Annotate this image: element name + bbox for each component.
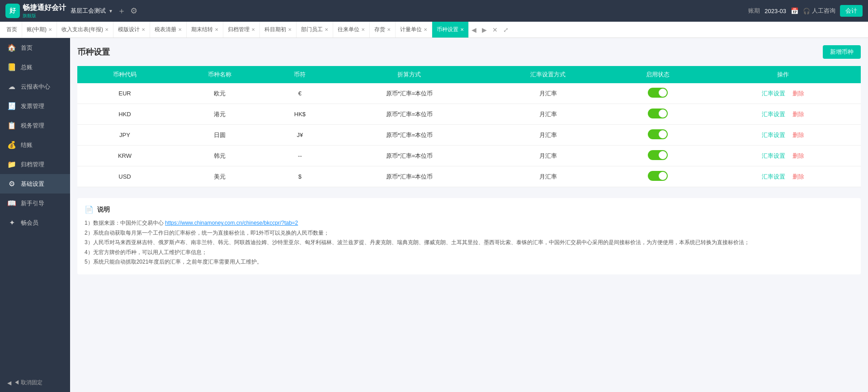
sidebar-label-home: 首页 — [21, 44, 33, 52]
currency-table: 币种代码 币种名称 币符 折算方式 汇率设置方式 启用状态 操作 EUR 欧元 … — [77, 66, 861, 187]
sidebar-item-settings[interactable]: ⚙ 基础设置 — [0, 174, 70, 194]
workspace-selector[interactable]: 基层工会测试 ▼ — [71, 7, 113, 15]
cell-status-3 — [610, 146, 705, 166]
tab-home[interactable]: 首页 — [2, 22, 22, 38]
toggle-track-3[interactable] — [648, 150, 668, 160]
tab-close-icon[interactable]: ✕ — [142, 27, 145, 32]
toggle-0[interactable] — [648, 88, 668, 98]
main-area: 🏠 首页 📒 总账 ☁ 云报表中心 🧾 发票管理 📋 税务管理 💰 结账 — [0, 38, 868, 392]
cell-status-1 — [610, 104, 705, 125]
tab-shuibiao[interactable]: 税表清册 ✕ — [150, 22, 187, 38]
tab-next-btn[interactable]: ▶ — [479, 26, 490, 33]
tab-cunhuo[interactable]: 存货 ✕ — [370, 22, 396, 38]
accounting-button[interactable]: 会计 — [840, 5, 863, 17]
delete-link-4[interactable]: 删除 — [793, 173, 804, 180]
tab-bizhong-label: 币种设置 — [437, 26, 458, 33]
delete-link-2[interactable]: 删除 — [793, 132, 804, 138]
cell-action-2: 汇率设置 删除 — [705, 125, 861, 146]
tab-jiliang[interactable]: 计量单位 ✕ — [396, 22, 432, 38]
guide-icon: 📖 — [7, 199, 16, 208]
tab-close-all-btn[interactable]: ✕ — [490, 26, 500, 33]
delete-link-0[interactable]: 删除 — [793, 90, 804, 97]
header-settings-btn[interactable]: ⚙ — [130, 6, 137, 16]
delete-link-3[interactable]: 删除 — [793, 152, 804, 159]
toggle-thumb-4 — [659, 172, 667, 180]
tab-close-icon[interactable]: ✕ — [288, 27, 292, 32]
tab-expand-btn[interactable]: ⤢ — [500, 26, 511, 33]
rate-setting-link-0[interactable]: 汇率设置 — [762, 90, 785, 97]
plus-icon: ＋ — [118, 5, 126, 16]
table-row: EUR 欧元 € 原币*汇率=本位币 月汇率 汇率设置 删除 — [77, 83, 861, 104]
cell-name-3: 韩元 — [172, 146, 267, 166]
toggle-track-1[interactable] — [648, 109, 668, 118]
table-row: HKD 港元 HK$ 原币*汇率=本位币 月汇率 汇率设置 删除 — [77, 104, 861, 125]
tab-bumenygong[interactable]: 部门员工 ✕ — [297, 22, 333, 38]
sidebar-item-tax[interactable]: 📋 税务管理 — [0, 116, 70, 135]
tab-close-icon[interactable]: ✕ — [178, 27, 182, 32]
toggle-3[interactable] — [648, 150, 668, 160]
toggle-2[interactable] — [648, 129, 668, 139]
tab-guidang[interactable]: 归档管理 ✕ — [223, 22, 260, 38]
tab-home-label: 首页 — [6, 26, 17, 33]
support-button[interactable]: 🎧 人工咨询 — [803, 7, 835, 15]
rate-setting-link-1[interactable]: 汇率设置 — [762, 111, 785, 118]
cell-rate-method-2: 月汇率 — [486, 125, 610, 146]
toggle-track-2[interactable] — [648, 129, 668, 139]
workspace-name: 基层工会测试 — [71, 7, 106, 15]
header-right: 账期 2023-03 📅 🎧 人工咨询 会计 — [748, 5, 863, 17]
tab-prev-btn[interactable]: ◀ — [469, 26, 479, 33]
tab-close-icon[interactable]: ✕ — [361, 27, 365, 32]
tab-moban[interactable]: 模版设计 ✕ — [113, 22, 150, 38]
toggle-track-0[interactable] — [648, 88, 668, 98]
tab-close-icon[interactable]: ✕ — [48, 27, 52, 32]
sidebar-item-settlement[interactable]: 💰 结账 — [0, 135, 70, 155]
tab-close-icon[interactable]: ✕ — [105, 27, 108, 32]
cell-name-4: 美元 — [172, 166, 267, 187]
rate-setting-link-2[interactable]: 汇率设置 — [762, 132, 785, 138]
toggle-4[interactable] — [648, 171, 668, 181]
period-label: 账期 — [748, 7, 760, 15]
tab-qimo[interactable]: 期末结转 ✕ — [187, 22, 223, 38]
sidebar-item-archive[interactable]: 📁 归档管理 — [0, 155, 70, 174]
tab-bizhong-close-icon[interactable]: ✕ — [460, 27, 464, 32]
tab-close-icon[interactable]: ✕ — [251, 27, 255, 32]
sidebar-item-general-ledger[interactable]: 📒 总账 — [0, 57, 70, 77]
notes-item-3: 4）无官方牌价的币种，可以用人工维护汇率信息； — [85, 248, 854, 258]
cell-rate-method-3: 月汇率 — [486, 146, 610, 166]
cell-calc-1: 原币*汇率=本位币 — [333, 104, 486, 125]
tab-bar: 首页 账(中期) ✕ 收入支出表(年报) ✕ 模版设计 ✕ 税表清册 ✕ 期末结… — [0, 22, 868, 38]
calendar-icon[interactable]: 📅 — [791, 7, 798, 14]
header-add-btn[interactable]: ＋ — [118, 5, 126, 16]
toggle-1[interactable] — [648, 109, 668, 118]
tab-kemuqichu[interactable]: 科目期初 ✕ — [260, 22, 297, 38]
new-currency-button[interactable]: 新增币种 — [823, 45, 861, 59]
rate-setting-link-4[interactable]: 汇率设置 — [762, 173, 785, 180]
sidebar-item-guide[interactable]: 📖 新手引导 — [0, 194, 70, 213]
sidebar-item-home[interactable]: 🏠 首页 — [0, 38, 70, 57]
cell-symbol-0: € — [267, 83, 333, 104]
tab-shouru[interactable]: 收入支出表(年报) ✕ — [57, 22, 113, 38]
tab-bizhong[interactable]: 币种设置 ✕ — [432, 22, 469, 38]
sidebar-item-member[interactable]: ✦ 畅会员 — [0, 213, 70, 232]
tab-close-icon[interactable]: ✕ — [325, 27, 328, 32]
gear-icon: ⚙ — [130, 6, 137, 16]
tab-close-icon[interactable]: ✕ — [387, 27, 391, 32]
content-area: 币种设置 新增币种 币种代码 币种名称 币符 折算方式 汇率设置方式 启用状态 … — [70, 38, 868, 392]
sidebar-item-invoice[interactable]: 🧾 发票管理 — [0, 96, 70, 116]
delete-link-1[interactable]: 删除 — [793, 111, 804, 118]
rate-setting-link-3[interactable]: 汇率设置 — [762, 152, 785, 159]
toggle-track-4[interactable] — [648, 171, 668, 181]
sidebar-item-report-center[interactable]: ☁ 云报表中心 — [0, 77, 70, 96]
tab-close-icon[interactable]: ✕ — [215, 27, 218, 32]
cell-status-4 — [610, 166, 705, 187]
tab-wanglaidanwei[interactable]: 往来单位 ✕ — [333, 22, 370, 38]
sidebar-pin-toggle[interactable]: ◀ ◀ 取消固定 — [0, 373, 70, 392]
cell-symbol-1: HK$ — [267, 104, 333, 125]
cell-action-0: 汇率设置 删除 — [705, 83, 861, 104]
notes-link[interactable]: https://www.chinamoney.com.cn/chinese/bk… — [165, 220, 298, 226]
tab-close-icon[interactable]: ✕ — [424, 27, 427, 32]
cell-symbol-4: $ — [267, 166, 333, 187]
pin-label: ◀ 取消固定 — [14, 379, 42, 387]
sidebar-label-member: 畅会员 — [21, 219, 38, 227]
tab-zhangqizhong[interactable]: 账(中期) ✕ — [22, 22, 57, 38]
